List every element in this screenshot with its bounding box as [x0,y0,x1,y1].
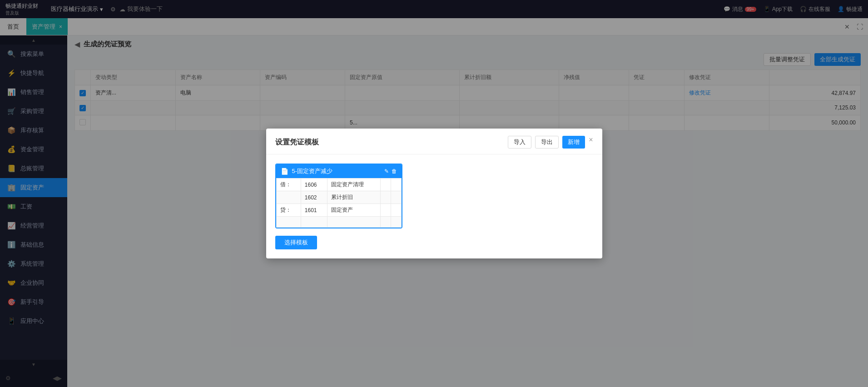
template-cell-credit [391,179,401,191]
select-template-btn[interactable]: 选择模板 [275,236,317,249]
template-cell-name: 固定资产 [327,204,381,217]
export-btn[interactable]: 导出 [535,136,559,149]
template-cell-credit [391,191,401,204]
template-cell-type [276,217,301,228]
template-detail-table: 借： 1606 固定资产清理 1602 累计折旧 [276,178,402,228]
modal-overlay: 设置凭证模板 导入 导出 新增 × 📄 5-固定资产减少 ✎ 🗑 [0,0,868,387]
template-cell-name: 累计折旧 [327,191,381,204]
template-cell-debit [381,204,391,217]
template-doc-icon: 📄 [281,168,288,175]
template-cell-name [327,217,381,228]
modal-close-btn[interactable]: × [589,136,593,149]
template-cell-code: 1606 [301,179,327,191]
template-cell-debit [381,217,391,228]
template-edit-icon[interactable]: ✎ [384,168,389,174]
modal-header: 设置凭证模板 导入 导出 新增 × [266,129,602,154]
template-card: 📄 5-固定资产减少 ✎ 🗑 借： 1606 固定资产清理 [275,164,402,228]
template-cell-debit [381,191,391,204]
template-cell-type [276,191,301,204]
template-cell-code [301,217,327,228]
template-cell-code: 1601 [301,204,327,217]
template-row: 1602 累计折旧 [276,191,401,204]
new-template-btn[interactable]: 新增 [562,136,585,149]
template-cell-credit [391,217,401,228]
import-btn[interactable]: 导入 [508,136,531,149]
template-row: 借： 1606 固定资产清理 [276,179,401,191]
template-cell-debit [381,179,391,191]
template-cell-name: 固定资产清理 [327,179,381,191]
template-row [276,217,401,228]
template-cell-type: 借： [276,179,301,191]
template-row: 贷： 1601 固定资产 [276,204,401,217]
modal-header-actions: 导入 导出 新增 × [508,136,593,149]
template-card-header: 📄 5-固定资产减少 ✎ 🗑 [276,164,402,178]
template-cell-code: 1602 [301,191,327,204]
modal-title: 设置凭证模板 [275,138,319,147]
template-cell-credit [391,204,401,217]
template-cell-type: 贷： [276,204,301,217]
template-delete-icon[interactable]: 🗑 [392,168,397,174]
voucher-template-modal: 设置凭证模板 导入 导出 新增 × 📄 5-固定资产减少 ✎ 🗑 [266,129,602,258]
template-name: 5-固定资产减少 [292,167,381,175]
template-card-actions: ✎ 🗑 [384,168,397,174]
modal-body: 📄 5-固定资产减少 ✎ 🗑 借： 1606 固定资产清理 [266,154,602,258]
